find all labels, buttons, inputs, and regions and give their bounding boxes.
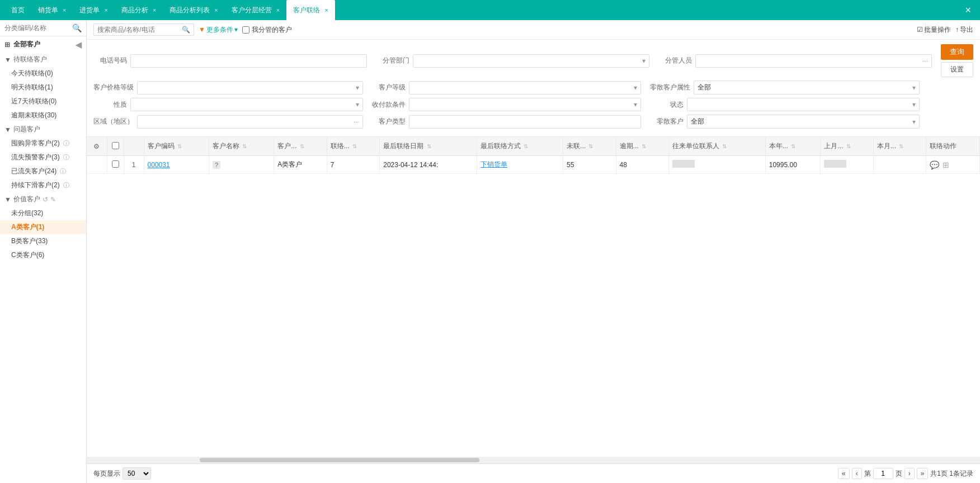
close-all-button[interactable]: × [960,4,976,16]
sidebar-item-abnormal[interactable]: 囤购异常客户(2) ⓘ [0,136,86,150]
nav-tab-sales[interactable]: 销货单 × [31,0,73,20]
customer-code-link[interactable]: 000031 [148,161,170,169]
sort-icon[interactable]: ⇅ [242,143,247,149]
filter-search-input[interactable] [97,26,182,34]
sidebar-all-customers[interactable]: ⊞ 全部客户 ◀ [0,36,86,53]
col-this-year[interactable]: 本年... ⇅ [765,137,821,156]
nav-tab-analysis[interactable]: 商品分析 × [115,0,163,20]
nav-tab-customer-contact[interactable]: 客户联络 × [286,0,334,20]
col-contact[interactable]: 联络... ⇅ [327,137,379,156]
sort-icon[interactable]: ⇅ [300,143,304,149]
sort-icon[interactable]: ⇅ [899,143,903,149]
select-all-checkbox[interactable] [112,142,119,149]
payment-dropdown[interactable]: ▾ [409,98,642,111]
close-icon[interactable]: × [153,7,156,13]
chat-icon[interactable]: 💬 [930,160,939,169]
row-select-checkbox[interactable] [112,160,119,168]
next-page-button[interactable]: › [904,468,915,479]
sidebar-search-input[interactable] [4,24,72,32]
sidebar-item-class-a[interactable]: A类客户(1) [0,220,86,234]
sidebar-item-week[interactable]: 近7天待联络(0) [0,94,86,108]
sidebar-item-lost[interactable]: 已流失客户(24) ⓘ [0,164,86,178]
sidebar-item-tomorrow[interactable]: 明天待联络(1) [0,80,86,94]
col-last-method[interactable]: 最后联络方式 ⇅ [477,137,563,156]
more-conditions-button[interactable]: ▼ 更多条件 ▾ [199,25,238,35]
row-code[interactable]: 000031 [144,156,209,174]
cust-level-dropdown[interactable]: ▾ [409,81,642,94]
my-customers-checkbox[interactable]: 我分管的客户 [242,25,292,35]
nav-tab-analysis-list[interactable]: 商品分析列表 × [163,0,224,20]
batch-operation-button[interactable]: ☑ 批量操作 [917,25,951,35]
price-level-dropdown[interactable]: ▾ [137,81,363,94]
page-number-input[interactable] [873,468,893,479]
col-checkbox[interactable] [107,137,124,156]
sidebar-section-value[interactable]: ▼ 价值客户 ↺ ✎ [0,192,86,206]
edit-icon[interactable]: ✎ [50,196,56,203]
sort-icon[interactable]: ⇅ [846,143,851,149]
nature-dropdown[interactable]: ▾ [130,98,363,111]
sidebar-item-today[interactable]: 今天待联络(0) [0,67,86,80]
scrollbar-thumb[interactable] [200,458,479,462]
sort-icon[interactable]: ⇅ [642,143,646,149]
close-icon[interactable]: × [104,7,107,13]
nav-tab-purchase[interactable]: 进货单 × [73,0,114,20]
last-method-link[interactable]: 下销货单 [480,160,507,168]
phone-input[interactable] [130,54,367,68]
sort-icon[interactable]: ⇅ [177,143,182,149]
col-last-date[interactable]: 最后联络日期 ⇅ [380,137,477,156]
status-dropdown[interactable]: ▾ [687,98,920,111]
col-settings[interactable]: ⚙ [87,137,107,156]
sort-icon[interactable]: ⇅ [524,143,528,149]
close-icon[interactable]: × [63,7,66,13]
filter-search-box[interactable]: 🔍 [93,23,194,36]
nav-tab-home[interactable]: 首页 [4,0,31,20]
col-this-month[interactable]: 本月... ⇅ [873,137,926,156]
row-last-method[interactable]: 下销货单 [477,156,563,174]
nav-tab-customer-segment[interactable]: 客户分层经营 × [225,0,286,20]
sidebar-section-problem[interactable]: ▼ 问题客户 [0,122,86,136]
qr-icon[interactable]: ⊞ [943,160,949,169]
col-last-month[interactable]: 上月... ⇅ [821,137,873,156]
sidebar-item-decline[interactable]: 持续下滑客户(2) ⓘ [0,178,86,192]
close-icon[interactable]: × [214,7,218,13]
sidebar-item-class-b[interactable]: B类客户(33) [0,234,86,248]
col-overdue[interactable]: 逾期... ⇅ [616,137,668,156]
first-page-button[interactable]: « [838,468,850,479]
sidebar-section-pending[interactable]: ▼ 待联络客户 [0,53,86,67]
sidebar-item-class-c[interactable]: C类客户(6) [0,248,86,262]
sidebar-item-lost-warn[interactable]: 流失预警客户(3) ⓘ [0,150,86,164]
sort-icon[interactable]: ⇅ [588,143,593,149]
sidebar-item-overdue[interactable]: 逾期未联络(30) [0,108,86,122]
sort-icon[interactable]: ⇅ [791,143,795,149]
region-dropdown[interactable]: ··· [137,115,363,129]
search-icon[interactable]: 🔍 [72,23,82,32]
close-icon[interactable]: × [324,7,328,13]
prev-page-button[interactable]: ‹ [852,468,862,479]
page-size-select[interactable]: 50 100 200 [123,467,151,480]
sidebar-item-ungroup[interactable]: 未分组(32) [0,206,86,220]
manager-dropdown[interactable]: ··· [695,54,932,68]
row-checkbox[interactable] [107,156,124,174]
retail-attr-dropdown[interactable]: 全部 ▾ [694,80,920,94]
col-customer-name[interactable]: 客户名称 ⇅ [209,137,274,156]
dept-dropdown[interactable]: ▾ [413,54,649,68]
query-button[interactable]: 查询 [941,44,973,60]
search-icon[interactable]: 🔍 [182,26,190,34]
col-customer-code[interactable]: 客户编码 ⇅ [144,137,209,156]
col-customer-type[interactable]: 客户... ⇅ [274,137,327,156]
col-unit-contact[interactable]: 往来单位联系人 ⇅ [669,137,766,156]
close-icon[interactable]: × [276,7,280,13]
sort-icon[interactable]: ⇅ [352,143,357,149]
col-unlinked[interactable]: 未联... ⇅ [563,137,616,156]
cust-type-input[interactable] [409,115,642,129]
my-customers-check[interactable] [242,26,249,34]
collapse-icon[interactable]: ◀ [76,40,82,49]
export-button[interactable]: ↑ 导出 [955,25,973,35]
sort-icon[interactable]: ⇅ [427,143,431,149]
retail-cust-dropdown[interactable]: 全部 ▾ [687,115,920,129]
horizontal-scrollbar[interactable] [87,457,980,463]
setting-button[interactable]: 设置 [941,62,973,77]
last-page-button[interactable]: » [917,468,929,479]
sort-icon[interactable]: ⇅ [722,143,727,149]
refresh-icon[interactable]: ↺ [43,196,48,203]
